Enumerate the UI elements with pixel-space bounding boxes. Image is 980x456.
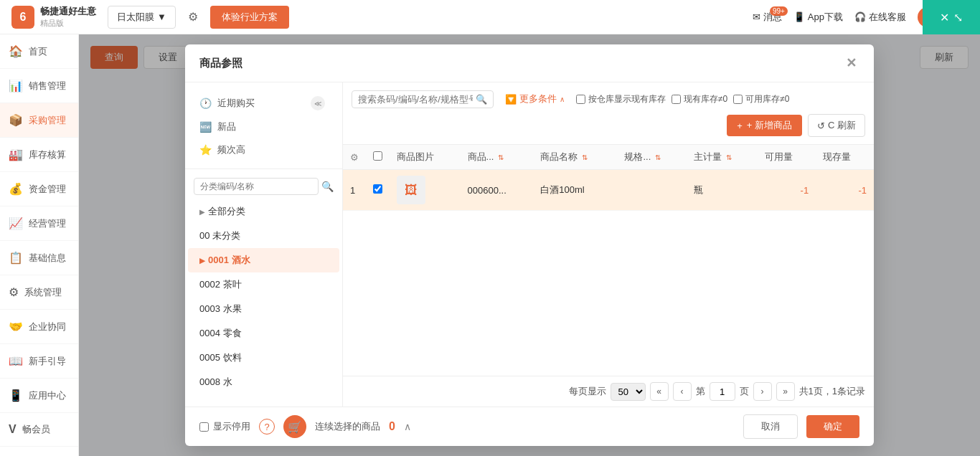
- per-page-select[interactable]: 50: [611, 383, 646, 401]
- checkbox-show-stock[interactable]: [576, 95, 585, 104]
- message-icon: ✉: [753, 11, 760, 22]
- cart-icon: 🛒: [288, 420, 302, 434]
- quick-item-frequent[interactable]: ⭐ 频次高: [194, 138, 334, 161]
- modal-body: 🕐 近期购买 ≪ 🆕 新品 ⭐ 频次高: [185, 82, 874, 407]
- message-item[interactable]: ✉ 消息 99+: [753, 11, 782, 24]
- sidebar-item-system[interactable]: ⚙ 系统管理: [0, 275, 78, 310]
- sidebar-item-sales[interactable]: 📊 销售管理: [0, 69, 78, 103]
- star-icon: ⭐: [199, 144, 212, 156]
- sort-code-icon: ⇅: [498, 153, 504, 161]
- left-panel: 🕐 近期购买 ≪ 🆕 新品 ⭐ 频次高: [185, 82, 343, 407]
- help-icon[interactable]: ?: [259, 419, 275, 434]
- cat-item-0[interactable]: 00 未分类: [188, 224, 339, 248]
- quick-item-recent[interactable]: 🕐 近期购买 ≪: [194, 91, 334, 115]
- product-search-box: 🔍: [352, 90, 494, 108]
- right-panel: 🔍 🔽 更多条件 ∧ 按仓库显示现有库存: [343, 82, 874, 407]
- teal-bar: ✕ ⤡: [923, 0, 980, 34]
- finance-icon: 💰: [9, 182, 23, 196]
- sidebar-item-finance[interactable]: 💰 资金管理: [0, 172, 78, 206]
- quick-item-new[interactable]: 🆕 新品: [194, 115, 334, 138]
- modal-header: 商品参照 ✕: [185, 44, 874, 82]
- col-available-header: 可用量: [758, 145, 816, 170]
- table-row[interactable]: 1 🖼: [343, 170, 874, 211]
- modal-footer: 显示停用 ? 🛒 连续选择的商品 0 ∧ 取消 确定: [185, 407, 874, 446]
- sidebar-item-basic[interactable]: 📋 基础信息: [0, 241, 78, 275]
- product-search-input[interactable]: [358, 94, 473, 105]
- prev-page-btn[interactable]: ‹: [673, 382, 692, 401]
- expand-icon[interactable]: ⤡: [953, 11, 963, 24]
- store-dropdown[interactable]: 日太阳膜 ▼: [108, 6, 176, 29]
- sidebar-item-apps[interactable]: 📱 应用中心: [0, 379, 78, 413]
- row-unit: 瓶: [687, 170, 758, 211]
- collapse-left-btn[interactable]: ≪: [311, 96, 325, 110]
- sidebar-item-collab[interactable]: 🤝 企业协同: [0, 310, 78, 344]
- first-page-btn[interactable]: «: [650, 382, 669, 401]
- checkbox-row-2: 现有库存≠0: [672, 93, 727, 105]
- logo-text: 畅捷通好生意 精品版: [40, 5, 96, 29]
- show-disabled-checkbox-row: 显示停用: [199, 420, 250, 433]
- col-unit-header[interactable]: 主计量 ⇅: [687, 145, 758, 170]
- refresh-btn[interactable]: ↺ C 刷新: [808, 114, 865, 137]
- page-number-input[interactable]: [710, 382, 735, 401]
- settings-icon[interactable]: ⚙: [182, 6, 204, 29]
- sales-icon: 📊: [9, 79, 23, 92]
- col-code-header[interactable]: 商品... ⇅: [461, 145, 534, 170]
- cat-item-4[interactable]: 0004 零食: [188, 321, 339, 346]
- filter-btn[interactable]: 🔽 更多条件 ∧: [499, 90, 570, 108]
- sidebar-item-purchase[interactable]: 📦 采购管理: [0, 103, 78, 138]
- col-checkbox: [366, 145, 390, 170]
- show-disabled-checkbox[interactable]: [199, 422, 209, 432]
- vip-icon: V: [9, 423, 17, 436]
- category-search-input[interactable]: [194, 178, 319, 195]
- checkbox-available-nonzero[interactable]: [733, 95, 743, 104]
- cancel-btn[interactable]: 取消: [743, 414, 798, 439]
- sidebar-item-ops[interactable]: 📈 经营管理: [0, 206, 78, 241]
- cat-item-3[interactable]: 0003 水果: [188, 297, 339, 321]
- col-spec-header[interactable]: 规格... ⇅: [617, 145, 686, 170]
- cat-item-2[interactable]: 0002 茶叶: [188, 272, 339, 297]
- cat-item-5[interactable]: 0005 饮料: [188, 346, 339, 370]
- plus-icon: +: [737, 120, 743, 131]
- image-placeholder-icon: 🖼: [405, 183, 418, 198]
- sort-spec-icon: ⇅: [655, 153, 661, 161]
- cart-button[interactable]: 🛒: [283, 415, 306, 438]
- cat-arrow-all: ▶: [199, 208, 205, 216]
- add-product-btn[interactable]: + + 新增商品: [727, 115, 802, 136]
- checkbox-row-1: 按仓库显示现有库存: [576, 93, 666, 105]
- online-service-item[interactable]: 🎧 在线客服: [854, 11, 906, 24]
- footer-collapse-icon[interactable]: ∧: [404, 421, 411, 432]
- divider: [185, 168, 342, 169]
- inventory-icon: 🏭: [9, 148, 23, 161]
- close-icon[interactable]: ✕: [940, 11, 949, 24]
- col-name-header[interactable]: 商品名称 ⇅: [533, 145, 617, 170]
- cat-item-all[interactable]: ▶ 全部分类: [188, 199, 339, 224]
- experience-btn[interactable]: 体验行业方案: [210, 6, 289, 29]
- app-download-item[interactable]: 📱 App下载: [793, 11, 843, 24]
- cat-item-6[interactable]: 0008 水: [188, 370, 339, 394]
- next-page-btn[interactable]: ›: [753, 382, 772, 401]
- confirm-btn[interactable]: 确定: [806, 415, 859, 438]
- sidebar-item-guide[interactable]: 📖 新手引导: [0, 344, 78, 379]
- select-all-checkbox[interactable]: [373, 151, 382, 161]
- logo-icon: 6: [11, 6, 34, 29]
- quick-items: 🕐 近期购买 ≪ 🆕 新品 ⭐ 频次高: [185, 88, 342, 164]
- home-icon: 🏠: [9, 44, 23, 58]
- modal-close-button[interactable]: ✕: [842, 54, 859, 72]
- category-search-icon[interactable]: 🔍: [321, 181, 334, 192]
- search-icon[interactable]: 🔍: [476, 94, 487, 105]
- cat-item-7[interactable]: 0010 家电: [188, 394, 339, 401]
- content-area: 查询 设置 刷新 商品参照 ✕: [79, 34, 980, 456]
- category-search-row: 🔍: [185, 174, 342, 199]
- cat-item-1[interactable]: ▶ 0001 酒水: [188, 248, 339, 272]
- row-num: 1: [343, 170, 366, 211]
- checkbox-stock-nonzero[interactable]: [672, 95, 681, 104]
- table-header-row: ⚙ 商品图片: [343, 145, 874, 170]
- last-page-btn[interactable]: »: [776, 382, 795, 401]
- table-container: ⚙ 商品图片: [343, 145, 874, 376]
- sidebar-item-home[interactable]: 🏠 首页: [0, 34, 78, 69]
- sidebar-item-vip[interactable]: V 畅会员: [0, 413, 78, 447]
- ops-icon: 📈: [9, 217, 23, 230]
- sidebar-item-inventory[interactable]: 🏭 库存核算: [0, 138, 78, 172]
- row-checkbox[interactable]: [373, 184, 382, 194]
- table-settings-icon[interactable]: ⚙: [350, 152, 359, 163]
